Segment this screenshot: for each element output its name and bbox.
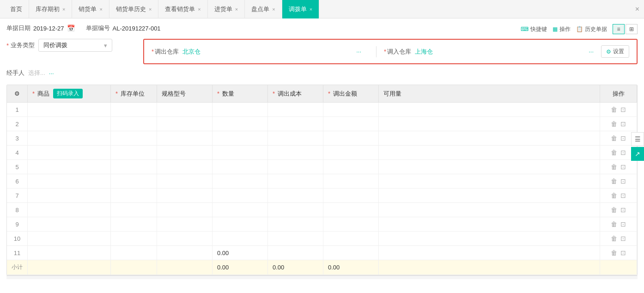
copy-row-button[interactable]: ⊡ [620,134,626,142]
copy-subtotal-button[interactable]: ⊡ [620,249,626,256]
tab-close-inventory-check[interactable]: × [272,6,275,12]
tab-home[interactable]: 首页 [4,0,29,18]
tab-inventory-init[interactable]: 库存期初 × [29,0,72,18]
settings-button[interactable]: ⚙ 设置 [601,45,629,58]
transfer-out-more-button[interactable]: ··· [356,48,361,55]
chevron-down-icon: ▾ [104,42,107,49]
row-available [379,217,600,232]
person-more-button[interactable]: ··· [49,70,54,77]
tab-close-inventory-init[interactable]: × [62,6,65,12]
scan-entry-button[interactable]: 扫码录入 [53,89,83,98]
row-goods[interactable] [28,217,111,232]
tab-close-sales-order[interactable]: × [99,6,102,12]
row-goods[interactable] [28,146,111,160]
transfer-out-label: 调出仓库 [155,48,179,56]
tab-bar: 首页 库存期初 × 销货单 × 销货单历史 × 查看销货单 × 进货单 × 盘点… [0,0,644,18]
copy-row-button[interactable]: ⊡ [620,235,626,242]
row-goods[interactable] [28,189,111,203]
row-number: 4 [7,146,28,160]
tab-view-sales[interactable]: 查看销货单 × [158,0,207,18]
person-select[interactable]: 选择... [28,69,45,77]
copy-row-button[interactable]: ⊡ [620,220,626,228]
person-row: 经手人 选择... ··· [6,69,638,77]
calendar-icon[interactable]: 📅 [67,24,75,32]
delete-row-button[interactable]: 🗑 [611,177,617,185]
row-spec [157,174,213,189]
tab-purchase-order[interactable]: 进货单 × [208,0,245,18]
row-goods[interactable] [28,174,111,189]
delete-row-button[interactable]: 🗑 [611,120,617,128]
row-unit [111,217,157,232]
row-goods[interactable] [28,103,111,117]
delete-row-button[interactable]: 🗑 [611,134,617,142]
delete-row-button[interactable]: 🗑 [611,220,617,228]
th-settings[interactable]: ⚙ [7,85,28,103]
row-qty [213,146,268,160]
header-tools: ⌨ 快捷键 ▦ 操作 📋 历史单据 ≡ ⊞ [521,24,638,34]
doc-value: AL-20191227-001 [113,25,161,32]
float-list-button[interactable]: ☰ [631,132,644,146]
transfer-in-more-button[interactable]: ··· [589,48,594,55]
row-spec [157,146,213,160]
copy-row-button[interactable]: ⊡ [620,149,626,156]
th-available: 可用量 [379,85,600,103]
delete-row-button[interactable]: 🗑 [611,149,617,156]
warehouse-divider [376,46,377,57]
tab-sales-order[interactable]: 销货单 × [72,0,109,18]
tab-close-purchase-order[interactable]: × [235,6,238,12]
tab-sales-history[interactable]: 销货单历史 × [109,0,158,18]
subtotal-available [379,246,600,260]
copy-row-button[interactable]: ⊡ [620,106,626,113]
row-number: 10 [7,232,28,246]
list-view-button[interactable]: ≡ [613,24,625,34]
row-goods[interactable] [28,232,111,246]
copy-row-button[interactable]: ⊡ [620,206,626,214]
tab-close-sales-history[interactable]: × [149,6,152,12]
copy-row-button[interactable]: ⊡ [620,163,626,171]
row-goods[interactable] [28,160,111,174]
delete-row-button[interactable]: 🗑 [611,163,617,171]
delete-row-button[interactable]: 🗑 [611,206,617,214]
row-operations: 🗑 ⊡ [600,232,637,246]
tab-close-view-sales[interactable]: × [198,6,200,12]
subtotal-goods [28,246,111,260]
window-close-button[interactable]: × [635,5,639,13]
tab-transfer-order[interactable]: 调拨单 × [282,0,319,18]
operations-button[interactable]: ▦ 操作 [553,25,571,33]
copy-row-button[interactable]: ⊡ [620,177,626,185]
transfer-in-value[interactable]: 上海仓 [415,48,589,56]
row-amount [323,232,379,246]
copy-row-button[interactable]: ⊡ [620,120,626,128]
tab-inventory-check[interactable]: 盘点单 × [245,0,282,18]
business-type-select[interactable]: 同价调拨 ▾ [38,39,112,52]
table-settings-icon[interactable]: ⚙ [14,90,20,97]
copy-row-button[interactable]: ⊡ [620,192,626,199]
date-value: 2019-12-27 [33,25,64,32]
list-icon: ☰ [635,135,641,143]
table-row: 3 🗑 ⊡ [7,131,637,146]
shortcuts-button[interactable]: ⌨ 快捷键 [521,25,547,33]
row-amount [323,146,379,160]
row-unit [111,103,157,117]
delete-row-button[interactable]: 🗑 [611,106,617,113]
grid-view-button[interactable]: ⊞ [626,24,638,34]
summary-op [600,260,637,275]
row-goods[interactable] [28,131,111,146]
tab-close-transfer-order[interactable]: × [310,6,312,12]
delete-row-button[interactable]: 🗑 [611,192,617,199]
row-goods[interactable] [28,203,111,217]
row-available [379,189,600,203]
row-available [379,103,600,117]
transfer-out-value[interactable]: 北京仓 [182,48,356,56]
row-cost [268,174,323,189]
float-export-button[interactable]: ↗ [631,147,644,161]
row-qty [213,117,268,131]
subtotal-amount [323,246,379,260]
history-button[interactable]: 📋 历史单据 [576,25,607,33]
th-spec: 规格型号 [157,85,213,103]
delete-row-button[interactable]: 🗑 [611,235,617,242]
delete-subtotal-button[interactable]: 🗑 [611,249,617,256]
row-unit [111,160,157,174]
row-goods[interactable] [28,117,111,131]
row-amount [323,189,379,203]
